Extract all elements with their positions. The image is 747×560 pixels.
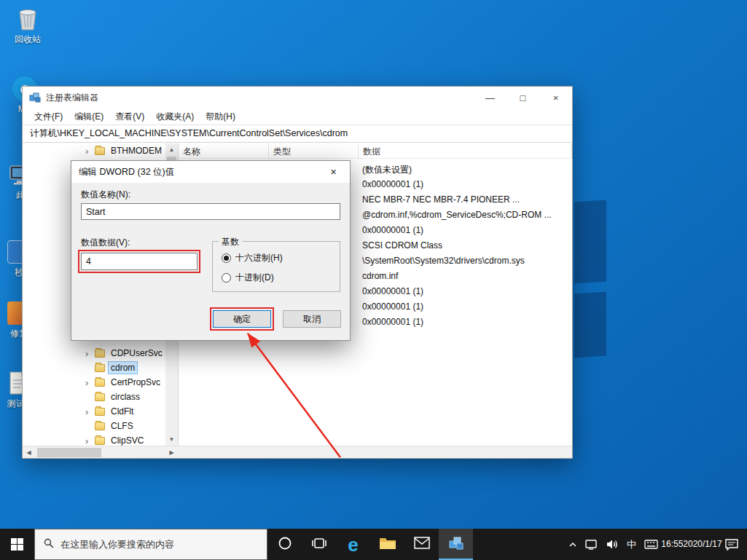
value-row[interactable]: 0x00000001 (1) bbox=[362, 315, 571, 330]
scroll-down-icon[interactable]: ▼ bbox=[165, 433, 178, 446]
red-highlight-box: 4 bbox=[78, 250, 200, 273]
minimize-button[interactable]: — bbox=[474, 87, 507, 109]
scrollbar-thumb[interactable] bbox=[37, 448, 101, 457]
tree-item-label: cdrom bbox=[109, 362, 137, 374]
tree-item-label: circlass bbox=[109, 391, 142, 403]
task-view-button[interactable] bbox=[302, 529, 336, 560]
expand-arrow-icon[interactable] bbox=[85, 146, 95, 156]
address-bar[interactable]: 计算机\HKEY_LOCAL_MACHINE\SYSTEM\CurrentCon… bbox=[23, 125, 572, 143]
value-data-text: SCSI CDROM Class bbox=[362, 240, 442, 251]
expand-arrow-icon[interactable] bbox=[85, 378, 95, 387]
maximize-button[interactable]: □ bbox=[507, 87, 539, 109]
value-row[interactable]: NEC MBR-7 NEC MBR-7.4 PIONEER ... bbox=[362, 192, 571, 208]
start-button[interactable] bbox=[0, 529, 34, 560]
scroll-right-icon[interactable]: ▶ bbox=[165, 446, 178, 459]
tree-item[interactable]: circlass bbox=[23, 390, 165, 404]
radio-button-icon[interactable] bbox=[222, 253, 231, 263]
ime-indicator[interactable]: 中 bbox=[627, 538, 636, 551]
file-explorer-button[interactable] bbox=[370, 529, 404, 560]
value-data-text: @cdrom.inf,%cdrom_ServiceDesc%;CD-ROM ..… bbox=[362, 210, 552, 220]
scroll-left-icon[interactable]: ◀ bbox=[23, 446, 35, 459]
regedit-taskbar-button[interactable] bbox=[439, 529, 473, 560]
scroll-up-icon[interactable]: ▲ bbox=[165, 143, 178, 156]
edge-button[interactable]: e bbox=[336, 529, 370, 560]
radio-hexadecimal[interactable]: 十六进制(H) bbox=[222, 252, 283, 264]
tree-item[interactable]: BTHMODEM bbox=[23, 143, 165, 158]
radio-button-icon[interactable] bbox=[222, 273, 231, 283]
radio-hex-label: 十六进制(H) bbox=[235, 252, 283, 264]
tray-chevron-up-icon[interactable] bbox=[568, 541, 577, 548]
search-icon bbox=[44, 538, 54, 551]
value-name-label: 数值名称(N): bbox=[81, 189, 130, 201]
radio-dec-label: 十进制(D) bbox=[235, 272, 274, 284]
tree-item[interactable]: CLFS bbox=[23, 419, 165, 433]
base-groupbox: 基数 十六进制(H) 十进制(D) bbox=[212, 241, 340, 292]
wallpaper-logo-pane bbox=[574, 291, 606, 358]
menu-item[interactable]: 编辑(E) bbox=[69, 111, 109, 123]
menu-item[interactable]: 文件(F) bbox=[28, 111, 69, 123]
value-data-label: 数值数据(V): bbox=[81, 237, 130, 249]
menu-item[interactable]: 收藏夹(A) bbox=[150, 111, 200, 123]
value-data-text: 0x00000001 (1) bbox=[362, 286, 423, 296]
folder-icon bbox=[95, 408, 105, 416]
regedit-titlebar[interactable]: 注册表编辑器 — □ × bbox=[23, 87, 572, 109]
regedit-app-icon bbox=[448, 535, 464, 554]
tree-item[interactable]: cdrom bbox=[23, 360, 165, 375]
tree-item[interactable]: CldFlt bbox=[23, 404, 165, 419]
windows-logo-icon bbox=[11, 538, 23, 551]
menu-item[interactable]: 帮助(H) bbox=[200, 111, 241, 123]
value-row[interactable]: SCSI CDROM Class bbox=[362, 238, 571, 253]
ok-button[interactable]: 确定 bbox=[213, 310, 271, 328]
dialog-close-button[interactable]: × bbox=[317, 161, 350, 183]
value-row[interactable]: 0x00000001 (1) bbox=[362, 284, 571, 299]
value-name-input[interactable]: Start bbox=[81, 203, 340, 220]
folder-icon bbox=[95, 379, 105, 387]
tree-item[interactable]: ClipSVC bbox=[23, 433, 165, 446]
value-row[interactable]: 0x00000001 (1) bbox=[362, 299, 571, 315]
volume-icon[interactable] bbox=[606, 539, 619, 550]
cortana-icon bbox=[278, 536, 292, 553]
mail-icon bbox=[414, 537, 430, 552]
horizontal-scrollbar[interactable]: ◀ ▶ bbox=[23, 446, 572, 458]
tree-item[interactable]: CertPropSvc bbox=[23, 375, 165, 390]
dialog-titlebar[interactable]: 编辑 DWORD (32 位)值 × bbox=[71, 161, 350, 183]
folder-icon bbox=[95, 364, 105, 372]
value-row[interactable]: cdrom.inf bbox=[362, 269, 571, 284]
recycle-bin-icon bbox=[14, 6, 42, 32]
folder-icon bbox=[95, 422, 105, 430]
value-name-text: Start bbox=[86, 207, 105, 217]
value-data-text: 4 bbox=[86, 256, 91, 267]
value-row[interactable]: 0x00000001 (1) bbox=[362, 223, 571, 238]
mail-button[interactable] bbox=[404, 529, 439, 560]
expand-arrow-icon[interactable] bbox=[85, 349, 95, 358]
desktop-icon-recycle-bin[interactable]: 回收站 bbox=[7, 6, 48, 45]
close-button[interactable]: × bbox=[539, 87, 572, 109]
search-placeholder: 在这里输入你要搜索的内容 bbox=[60, 538, 174, 551]
radio-decimal[interactable]: 十进制(D) bbox=[222, 272, 274, 284]
tree-item-label: BTHMODEM bbox=[109, 145, 164, 157]
column-header-type[interactable]: 类型 bbox=[269, 143, 359, 158]
value-row[interactable]: (数值未设置) bbox=[362, 162, 571, 177]
cancel-button[interactable]: 取消 bbox=[283, 310, 341, 328]
task-view-icon bbox=[312, 536, 326, 553]
cortana-button[interactable] bbox=[267, 529, 302, 560]
folder-icon bbox=[379, 536, 396, 553]
value-row[interactable]: 0x00000001 (1) bbox=[362, 177, 571, 192]
value-row[interactable]: \SystemRoot\System32\drivers\cdrom.sys bbox=[362, 253, 571, 269]
tree-item[interactable]: CDPUserSvc bbox=[23, 346, 165, 360]
taskbar-search-box[interactable]: 在这里输入你要搜索的内容 bbox=[34, 529, 267, 560]
regedit-menubar: 文件(F)编辑(E)查看(V)收藏夹(A)帮助(H) bbox=[23, 109, 572, 125]
expand-arrow-icon[interactable] bbox=[85, 436, 95, 446]
value-data-input[interactable]: 4 bbox=[81, 253, 197, 270]
taskbar-clock[interactable]: 16:55 2020/1/17 bbox=[666, 538, 717, 550]
touch-keyboard-icon[interactable] bbox=[644, 540, 658, 549]
expand-arrow-icon[interactable] bbox=[85, 407, 95, 417]
action-center-icon[interactable] bbox=[725, 539, 738, 551]
network-icon[interactable] bbox=[585, 540, 598, 550]
column-header-name[interactable]: 名称 bbox=[179, 143, 269, 158]
value-row[interactable]: @cdrom.inf,%cdrom_ServiceDesc%;CD-ROM ..… bbox=[362, 208, 571, 223]
value-data-text: 0x00000001 (1) bbox=[362, 225, 423, 235]
menu-item[interactable]: 查看(V) bbox=[109, 111, 150, 123]
column-header-data[interactable]: 数据 bbox=[359, 143, 572, 158]
tree-item-label: CldFlt bbox=[109, 406, 136, 417]
